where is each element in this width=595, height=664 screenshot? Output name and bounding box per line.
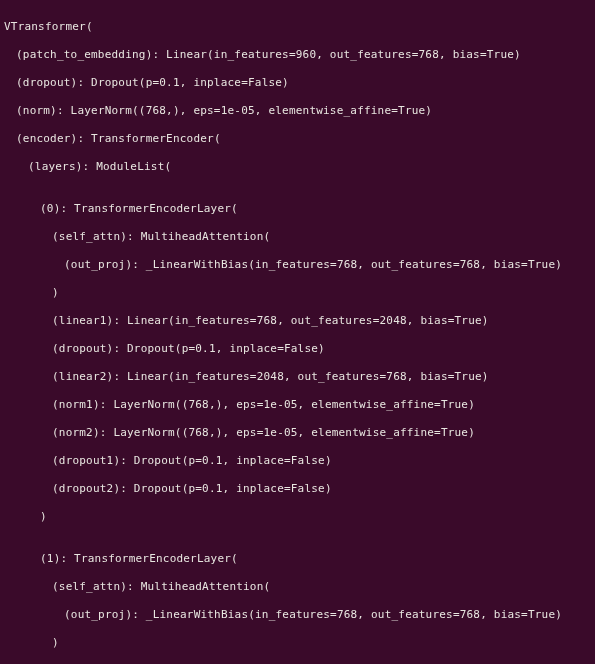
layer-0-dropout2: (dropout2): Dropout(p=0.1, inplace=False… xyxy=(4,482,591,496)
terminal-output[interactable]: VTransformer( (patch_to_embedding): Line… xyxy=(0,0,595,664)
root-module-line: VTransformer( xyxy=(4,20,591,34)
layer-0-linear1: (linear1): Linear(in_features=768, out_f… xyxy=(4,314,591,328)
layer-0-selfattn: (self_attn): MultiheadAttention( xyxy=(4,230,591,244)
layer-0-selfattn-close: ) xyxy=(4,286,591,300)
layer-1-selfattn: (self_attn): MultiheadAttention( xyxy=(4,580,591,594)
layers-open-line: (layers): ModuleList( xyxy=(4,160,591,174)
norm-line: (norm): LayerNorm((768,), eps=1e-05, ele… xyxy=(4,104,591,118)
layer-0-linear2: (linear2): Linear(in_features=2048, out_… xyxy=(4,370,591,384)
layer-0-dropout1: (dropout1): Dropout(p=0.1, inplace=False… xyxy=(4,454,591,468)
layer-0-open: (0): TransformerEncoderLayer( xyxy=(4,202,591,216)
layer-0-norm1: (norm1): LayerNorm((768,), eps=1e-05, el… xyxy=(4,398,591,412)
layer-0-dropout: (dropout): Dropout(p=0.1, inplace=False) xyxy=(4,342,591,356)
layer-1-selfattn-close: ) xyxy=(4,636,591,650)
encoder-open-line: (encoder): TransformerEncoder( xyxy=(4,132,591,146)
layer-0-outproj: (out_proj): _LinearWithBias(in_features=… xyxy=(4,258,591,272)
layer-0-close: ) xyxy=(4,510,591,524)
patch-embedding-line: (patch_to_embedding): Linear(in_features… xyxy=(4,48,591,62)
layer-1-open: (1): TransformerEncoderLayer( xyxy=(4,552,591,566)
layer-0-norm2: (norm2): LayerNorm((768,), eps=1e-05, el… xyxy=(4,426,591,440)
dropout-line: (dropout): Dropout(p=0.1, inplace=False) xyxy=(4,76,591,90)
layer-1-outproj: (out_proj): _LinearWithBias(in_features=… xyxy=(4,608,591,622)
root-module-name: VTransformer xyxy=(4,20,86,33)
